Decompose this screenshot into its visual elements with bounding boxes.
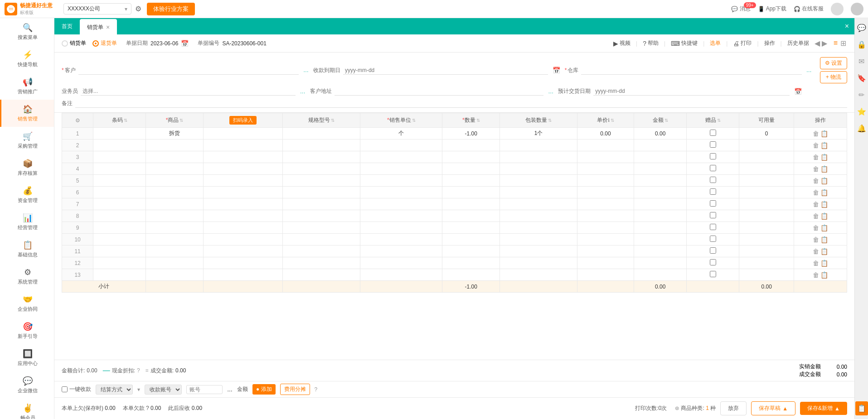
tab-close-icon[interactable]: ×	[106, 24, 110, 31]
receipt-calendar-icon[interactable]: 📅	[553, 67, 560, 74]
account-input[interactable]	[186, 385, 223, 394]
row-product[interactable]	[146, 269, 204, 281]
row-copy-icon[interactable]: 📋	[820, 165, 828, 173]
row-copy-icon[interactable]: 📋	[820, 154, 828, 161]
row-product[interactable]	[146, 175, 204, 187]
rp-lock-icon[interactable]: 🔒	[855, 39, 868, 51]
row-amount[interactable]	[634, 222, 687, 234]
row-price[interactable]	[577, 257, 634, 269]
row-amount[interactable]	[634, 210, 687, 222]
settings-btn[interactable]: ⚙ 设置	[820, 57, 847, 69]
tool-video[interactable]: ▶ 视频	[613, 39, 630, 47]
row-barcode[interactable]	[93, 128, 146, 140]
row-pkg-qty[interactable]	[500, 187, 577, 198]
row-product[interactable]	[146, 234, 204, 246]
sidebar-item-system[interactable]: ⚙ 系统管理	[0, 263, 54, 290]
sidebar-item-marketing[interactable]: 📢 营销推广	[0, 72, 54, 100]
save-new-btn[interactable]: 保存&新增 ▲	[800, 402, 847, 415]
row-unit[interactable]	[360, 151, 442, 163]
row-amount[interactable]	[634, 246, 687, 257]
grid-view-icon[interactable]: ⊞	[839, 38, 847, 48]
row-qty[interactable]	[442, 257, 500, 269]
row-amount[interactable]	[634, 257, 687, 269]
tool-print[interactable]: 🖨 打印	[733, 39, 752, 47]
row-qty[interactable]: -1.00	[442, 128, 500, 140]
row-gift[interactable]	[687, 257, 739, 269]
row-delete-icon[interactable]: 🗑	[813, 224, 819, 231]
tool-history[interactable]: 历史单据	[787, 39, 809, 47]
row-price[interactable]	[577, 163, 634, 175]
row-delete-icon[interactable]: 🗑	[813, 248, 819, 255]
row-pkg-qty[interactable]	[500, 198, 577, 210]
abandon-btn[interactable]: 放弃	[720, 401, 747, 415]
discount-info-icon[interactable]: ?	[137, 367, 140, 374]
row-amount[interactable]	[634, 163, 687, 175]
row-copy-icon[interactable]: 📋	[820, 212, 828, 220]
trial-btn[interactable]: 体验行业方案	[147, 3, 195, 15]
row-barcode[interactable]	[93, 222, 146, 234]
next-arrow[interactable]: ▶	[822, 39, 827, 48]
row-pkg-qty[interactable]	[500, 163, 577, 175]
row-product[interactable]	[146, 246, 204, 257]
row-spec[interactable]	[283, 198, 360, 210]
row-qty[interactable]	[442, 187, 500, 198]
row-spec[interactable]	[283, 128, 360, 140]
row-price[interactable]	[577, 246, 634, 257]
radio-sales[interactable]: 销货单	[62, 39, 86, 47]
tool-operate[interactable]: 操作	[764, 39, 775, 47]
row-qty[interactable]	[442, 140, 500, 151]
row-price[interactable]	[577, 198, 634, 210]
row-pkg-qty[interactable]	[500, 257, 577, 269]
row-pkg-qty[interactable]	[500, 269, 577, 281]
sidebar-item-finance[interactable]: 💰 资金管理	[0, 181, 54, 208]
row-gift[interactable]	[687, 128, 739, 140]
row-product[interactable]	[146, 140, 204, 151]
tool-shortcut[interactable]: ⌨ 快捷键	[671, 39, 698, 47]
row-pkg-qty[interactable]	[500, 234, 577, 246]
rp-edit-icon[interactable]: ✏	[857, 89, 866, 101]
row-pkg-qty[interactable]	[500, 140, 577, 151]
row-spec[interactable]	[283, 151, 360, 163]
rp-mail-icon[interactable]: ✉	[857, 55, 866, 67]
draft-arrow-icon[interactable]: ▲	[782, 405, 788, 412]
tool-select[interactable]: 选单	[710, 39, 721, 47]
row-gift[interactable]	[687, 234, 739, 246]
row-unit[interactable]	[360, 257, 442, 269]
row-qty[interactable]	[442, 151, 500, 163]
row-copy-icon[interactable]: 📋	[820, 130, 828, 137]
calc-arrow[interactable]: ▾	[137, 386, 140, 393]
row-delete-icon[interactable]: 🗑	[813, 130, 819, 137]
warehouse-ellipsis[interactable]: …	[806, 67, 812, 73]
row-barcode[interactable]	[93, 257, 146, 269]
row-amount[interactable]	[634, 175, 687, 187]
row-pkg-qty[interactable]: 1个	[500, 128, 577, 140]
row-copy-icon[interactable]: 📋	[820, 142, 828, 149]
row-product[interactable]	[146, 187, 204, 198]
close-all-tabs-icon[interactable]: ×	[839, 22, 854, 30]
row-gift[interactable]	[687, 140, 739, 151]
sidebar-item-quicknav[interactable]: ⚡ 快捷导航	[0, 45, 54, 72]
radio-return[interactable]: 退货单	[92, 39, 117, 47]
row-qty[interactable]	[442, 175, 500, 187]
row-amount[interactable]: 0.00	[634, 128, 687, 140]
fee-info-icon[interactable]: ?	[315, 386, 318, 393]
row-barcode[interactable]	[93, 198, 146, 210]
row-unit[interactable]	[360, 246, 442, 257]
sidebar-item-operations[interactable]: 📊 经营管理	[0, 208, 54, 236]
delivery-calendar-icon[interactable]: 📅	[794, 88, 802, 95]
message-btn[interactable]: 💬 消息 99+	[731, 5, 751, 13]
customer-input[interactable]	[78, 66, 299, 75]
sidebar-item-enterprise[interactable]: 🤝 企业协同	[0, 290, 54, 317]
col-settings-icon[interactable]: ⚙	[75, 117, 80, 124]
salesperson-input[interactable]	[81, 87, 296, 96]
row-qty[interactable]	[442, 198, 500, 210]
row-delete-icon[interactable]: 🗑	[813, 142, 819, 149]
sidebar-item-wechat[interactable]: 💬 企业微信	[0, 371, 54, 399]
row-barcode[interactable]	[93, 140, 146, 151]
row-qty[interactable]	[442, 163, 500, 175]
gift-sort[interactable]: ⇅	[717, 118, 721, 123]
fee-split-btn[interactable]: 费用分摊	[280, 384, 310, 395]
row-gift[interactable]	[687, 198, 739, 210]
row-spec[interactable]	[283, 163, 360, 175]
price-info-icon[interactable]: ℹ	[608, 117, 610, 123]
